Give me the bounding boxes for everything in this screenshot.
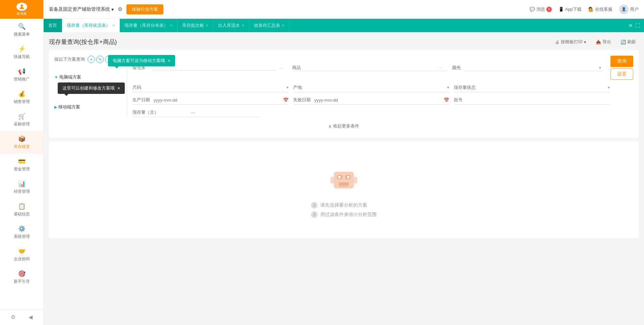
sidebar-item-stock[interactable]: 📦 库存核算 <box>0 131 43 154</box>
tab-recv-send[interactable]: 收发存汇总表 × <box>249 19 289 32</box>
sidebar-item-sales[interactable]: 💰 销售管理 <box>0 86 43 109</box>
mobile-icon: 📱 <box>558 7 564 12</box>
refresh-label: 刷新 <box>627 39 636 45</box>
mobile-plan-toggle: ▶ <box>54 105 57 109</box>
page-title-bar: 现存量查询(按仓库+商品) 🖨 按模板打印 ▾ 📤 导出 🔄 刷新 <box>49 38 639 46</box>
size-label: 尺码 <box>132 85 146 91</box>
experience-button[interactable]: 体验行业方案 <box>126 4 163 14</box>
sidebar-item-assets[interactable]: 💳 资金管理 <box>0 154 43 176</box>
quick-nav-icon: ⚡ <box>18 45 25 53</box>
collapse-up-icon: ∧ <box>328 124 332 129</box>
tab-stock-status-close[interactable]: × <box>112 23 115 28</box>
stock-qty-max-input[interactable] <box>198 110 225 115</box>
sidebar-item-system-label: 系统管理 <box>14 234 30 239</box>
sidebar-item-marketing-label: 营销推广 <box>14 76 30 82</box>
stock-status-select[interactable] <box>478 85 608 90</box>
mobile-plan-item[interactable]: ▶ 移动端方案 <box>54 103 121 111</box>
tooltip-plan-mobile-close[interactable]: × <box>168 58 170 63</box>
collapse-sidebar-icon[interactable]: ◀ <box>29 314 33 320</box>
expiry-date-calendar-icon[interactable]: 📅 <box>444 98 449 103</box>
app-download-action[interactable]: 📱 App下载 <box>558 6 582 12</box>
page-actions: 🖨 按模板打印 ▾ 📤 导出 🔄 刷新 <box>552 38 639 46</box>
tab-batch-account[interactable]: 库存批次账 × <box>177 19 213 32</box>
sidebar-item-guide[interactable]: 🎯 新手引导 <box>0 266 43 288</box>
sidebar-item-enterprise-label: 企业协同 <box>14 256 30 262</box>
color-label: 颜色 <box>452 65 462 71</box>
tab-recv-send-close[interactable]: × <box>282 23 284 28</box>
empty-state-icon <box>327 162 361 195</box>
tab-stock-status-label: 现存量（库存状况表） <box>67 22 110 29</box>
sales-icon: 💰 <box>18 90 25 98</box>
filter-panel: 按以下方案查询 + ✎ « 电脑方案可设为移动方案哦 × <box>49 50 639 138</box>
size-select[interactable] <box>149 85 286 90</box>
export-button[interactable]: 📤 导出 <box>593 38 614 46</box>
sidebar-item-system[interactable]: ⚙️ 系统管理 <box>0 221 43 243</box>
warehouse-dots[interactable]: ··· <box>279 65 283 70</box>
sidebar-item-purchase[interactable]: 🛒 采购管理 <box>0 109 43 131</box>
sidebar-item-search[interactable]: 🔍 搜索菜单 <box>0 19 43 41</box>
sidebar-item-search-label: 搜索菜单 <box>14 32 30 37</box>
tab-home-label: 首页 <box>48 22 57 29</box>
tab-stock-dist-close[interactable]: × <box>170 23 172 28</box>
stock-status-label: 现存量状态 <box>454 85 476 91</box>
print-button[interactable]: 🖨 按模板打印 ▾ <box>552 38 589 46</box>
batch-label: 批号 <box>454 97 464 103</box>
setting-button[interactable]: 设置 <box>610 68 633 80</box>
sidebar-bottom: ⚙ ◀ <box>0 309 43 325</box>
settings-gear-icon[interactable]: ⚙ <box>118 6 122 12</box>
top-header: 装备及固定资产辅助管理系统 ▾ ⚙ 体验行业方案 💬 消息 9 📱 App下载 … <box>44 0 644 19</box>
operations-icon: 📊 <box>18 180 25 187</box>
tooltip-create-plan: 这里可以创建和修改方案哦 × <box>58 83 125 94</box>
sidebar-item-operations[interactable]: 📊 经营管理 <box>0 176 43 199</box>
prod-date-label: 生产日期 <box>132 97 151 103</box>
sidebar-item-enterprise[interactable]: 🤝 企业协同 <box>0 243 43 266</box>
tab-stock-dist-label: 现存量（库存分布表） <box>124 22 168 29</box>
tab-inout-flow-label: 出入库流水 <box>218 22 240 29</box>
batch-input[interactable] <box>467 98 610 103</box>
sidebar-item-basic-info[interactable]: 📋 基础信息 <box>0 199 43 221</box>
page-title: 现存量查询(按仓库+商品) <box>49 38 117 46</box>
sidebar: 标准版 🔍 搜索菜单 ⚡ 快速导航 📢 营销推广 💰 销售管理 🛒 采购管理 📦… <box>0 0 44 325</box>
origin-select[interactable] <box>309 85 447 90</box>
query-button[interactable]: 查询 <box>610 56 633 67</box>
system-selector[interactable]: 装备及固定资产辅助管理系统 ▾ <box>49 6 114 12</box>
batch-field: 批号 <box>454 97 610 105</box>
edit-plan-button[interactable]: ✎ <box>96 56 104 63</box>
sidebar-item-quick-nav-label: 快速导航 <box>14 54 30 60</box>
tab-stock-dist[interactable]: 现存量（库存分布表） × <box>120 19 177 32</box>
color-field: 颜色 ▾ <box>452 64 606 71</box>
expiry-date-input[interactable] <box>314 98 441 103</box>
color-select[interactable] <box>465 64 599 71</box>
tab-inout-flow[interactable]: 出入库流水 × <box>213 19 249 32</box>
stock-qty-label: 现存量（主） <box>132 109 159 115</box>
step-1-text: 请先选择要分析的方案 <box>320 202 367 208</box>
collapse-bar[interactable]: ∧ 收起更多条件 <box>54 120 633 132</box>
tab-stock-status[interactable]: 现存量（库存状况表） × <box>62 19 120 32</box>
prod-date-input[interactable] <box>154 98 280 103</box>
user-action[interactable]: 👤 用户 <box>619 5 639 14</box>
online-service-action[interactable]: 💁 在线客服 <box>588 6 612 12</box>
tooltip-create-plan-close[interactable]: × <box>117 86 120 91</box>
size-select-arrow: ▾ <box>286 85 288 90</box>
sidebar-item-quick-nav[interactable]: ⚡ 快速导航 <box>0 41 43 64</box>
tab-batch-account-close[interactable]: × <box>206 23 208 28</box>
add-plan-button[interactable]: + <box>88 56 95 63</box>
tab-home[interactable]: 首页 <box>44 19 62 32</box>
prod-date-calendar-icon[interactable]: 📅 <box>283 98 288 103</box>
sidebar-item-sales-label: 销售管理 <box>14 99 30 105</box>
goods-input[interactable] <box>305 65 436 70</box>
tab-close-all-icon[interactable]: ✕ <box>629 23 633 28</box>
stock-qty-min-input[interactable] <box>161 110 188 115</box>
refresh-button[interactable]: 🔄 刷新 <box>618 38 639 46</box>
origin-field: 产地 ▾ <box>293 85 449 92</box>
goods-field: 商品 ··· <box>292 65 446 71</box>
tab-inout-flow-close[interactable]: × <box>242 23 244 28</box>
sidebar-item-marketing[interactable]: 📢 营销推广 <box>0 64 43 86</box>
tab-bar: 首页 现存量（库存状况表） × 现存量（库存分布表） × 库存批次账 × 出入库… <box>44 19 644 32</box>
purchase-icon: 🛒 <box>18 113 25 120</box>
desktop-plan-item[interactable]: ▼ 电脑端方案 <box>54 73 121 81</box>
tab-fullscreen-icon[interactable]: ⛶ <box>635 23 640 28</box>
goods-dots[interactable]: ··· <box>439 65 443 70</box>
notification-action[interactable]: 💬 消息 9 <box>530 6 552 12</box>
settings-bottom-icon[interactable]: ⚙ <box>11 314 15 320</box>
